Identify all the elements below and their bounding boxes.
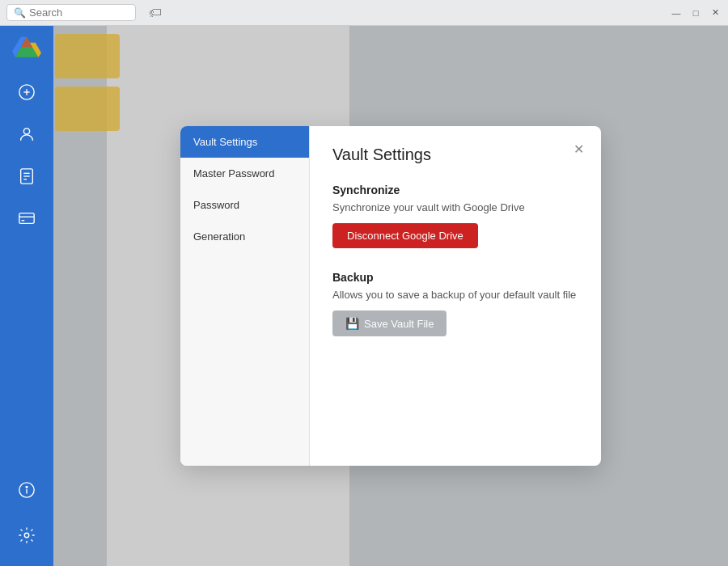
tag-icon: 🏷 <box>149 6 162 20</box>
window-controls: — □ ✕ <box>670 6 722 19</box>
maximize-button[interactable]: □ <box>689 6 702 19</box>
search-input[interactable] <box>29 6 129 19</box>
modal-nav: Vault Settings Master Password Password … <box>180 126 310 466</box>
sidebar-item-settings[interactable] <box>9 517 44 553</box>
backup-title: Backup <box>332 271 578 284</box>
modal-title: Vault Settings <box>332 146 578 164</box>
svg-point-18 <box>24 533 29 538</box>
sidebar-item-profile[interactable] <box>9 116 44 152</box>
svg-point-17 <box>26 486 28 488</box>
app-body: Vault Settings Master Password Password … <box>0 26 728 566</box>
save-vault-file-label: Save Vault File <box>364 318 434 330</box>
synchronize-section: Synchronize Synchronize your vault with … <box>332 184 578 248</box>
modal: Vault Settings Master Password Password … <box>180 126 601 466</box>
disconnect-google-drive-button[interactable]: Disconnect Google Drive <box>332 223 478 248</box>
close-button[interactable]: ✕ <box>709 6 722 19</box>
modal-close-button[interactable]: ✕ <box>569 139 588 158</box>
modal-content: ✕ Vault Settings Synchronize Synchronize… <box>310 126 601 466</box>
title-bar: 🔍 🏷 — □ ✕ <box>0 0 728 26</box>
nav-item-password[interactable]: Password <box>180 189 309 221</box>
nav-item-master-password[interactable]: Master Password <box>180 158 309 189</box>
sidebar-item-card[interactable] <box>9 201 44 236</box>
modal-overlay: Vault Settings Master Password Password … <box>53 26 728 566</box>
backup-description: Allows you to save a backup of your defa… <box>332 289 578 301</box>
search-icon: 🔍 <box>14 7 26 19</box>
synchronize-description: Synchronize your vault with Google Drive <box>332 201 578 213</box>
title-bar-left: 🔍 🏷 <box>6 4 670 21</box>
sidebar-bottom <box>9 469 44 566</box>
synchronize-title: Synchronize <box>332 184 578 196</box>
backup-section: Backup Allows you to save a backup of yo… <box>332 271 578 336</box>
sidebar-item-add[interactable] <box>9 74 44 110</box>
sidebar-item-info[interactable] <box>9 472 44 508</box>
svg-point-7 <box>23 129 29 134</box>
app-logo[interactable] <box>11 32 43 65</box>
nav-item-vault-settings[interactable]: Vault Settings <box>180 126 309 158</box>
svg-rect-12 <box>19 213 34 224</box>
content-area: Vault Settings Master Password Password … <box>53 26 728 566</box>
sidebar-item-document[interactable] <box>9 158 44 194</box>
minimize-button[interactable]: — <box>670 6 683 19</box>
sidebar <box>0 26 53 566</box>
search-box[interactable]: 🔍 <box>6 4 136 21</box>
nav-item-generation[interactable]: Generation <box>180 221 309 252</box>
save-icon: 💾 <box>345 317 359 330</box>
save-vault-file-button[interactable]: 💾 Save Vault File <box>332 310 447 336</box>
